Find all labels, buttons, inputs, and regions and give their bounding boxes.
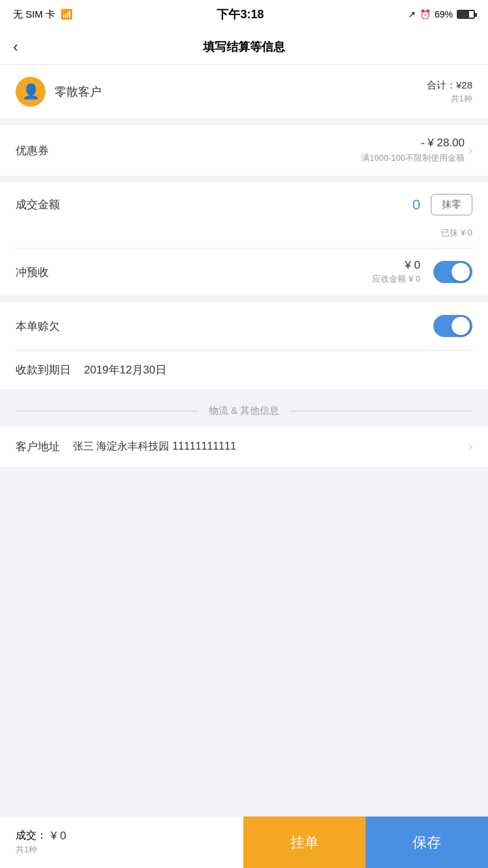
prepay-right: ¥ 0 应收金额 ¥ 0 [372, 259, 472, 285]
debt-toggle[interactable] [433, 315, 472, 337]
alarm-icon: ⏰ [420, 9, 431, 20]
address-section: 客户地址 张三 海淀永丰科技园 11111111111 › [0, 426, 488, 467]
nav-bar: ‹ 填写结算等信息 [0, 29, 488, 65]
total-label: 合计：¥28 [427, 79, 472, 92]
address-value: 张三 海淀永丰科技园 11111111111 [73, 440, 465, 454]
status-right: ↗ ⏰ 69% [408, 9, 475, 20]
avatar-icon: 👤 [22, 83, 40, 100]
prepay-amount: ¥ 0 [372, 259, 420, 272]
toggle-knob [452, 263, 470, 281]
coupon-info: - ¥ 28.00 满1000-100不限制使用金额 [361, 137, 465, 164]
status-bar: 无 SIM 卡 📶 下午3:18 ↗ ⏰ 69% [0, 0, 488, 29]
prepay-toggle[interactable] [433, 261, 472, 283]
duedate-row: 收款到期日 2019年12月30日 [0, 351, 488, 389]
coupon-chevron-icon: › [468, 144, 472, 157]
customer-name: 零散客户 [55, 84, 102, 100]
page-title: 填写结算等信息 [203, 39, 285, 55]
gray-filler [0, 474, 488, 656]
bottom-bar: 成交： ¥ 0 共1种 挂单 保存 [0, 816, 488, 868]
coupon-label: 优惠券 [16, 143, 49, 158]
deal-amount-right: 0 抹零 [413, 194, 472, 215]
pending-button[interactable]: 挂单 [243, 817, 366, 869]
location-icon: ↗ [408, 9, 416, 20]
coupon-section: 优惠券 - ¥ 28.00 满1000-100不限制使用金额 › [0, 125, 488, 176]
bottom-deal-label: 成交： [16, 829, 47, 843]
deal-amount-value: 0 [413, 197, 420, 213]
wifi-icon: 📶 [61, 8, 73, 20]
customer-summary: 合计：¥28 共1种 [427, 79, 472, 105]
debt-section: 本单赊欠 收款到期日 2019年12月30日 [0, 302, 488, 389]
carrier-label: 无 SIM 卡 [13, 8, 55, 21]
duedate-value: 2019年12月30日 [84, 362, 167, 377]
debt-label: 本单赊欠 [16, 319, 60, 334]
prepay-sub: 应收金额 ¥ 0 [372, 273, 420, 285]
address-label: 客户地址 [16, 439, 60, 454]
deal-section: 成交金额 0 抹零 已抹 ¥ 0 冲预收 ¥ 0 应收金额 ¥ 0 [0, 182, 488, 295]
debt-row: 本单赊欠 [0, 302, 488, 350]
prepay-amount-block: ¥ 0 应收金额 ¥ 0 [372, 259, 420, 285]
deal-amount-label: 成交金额 [16, 197, 60, 212]
deal-sub-text: 已抹 ¥ 0 [0, 227, 488, 248]
customer-section: 👤 零散客户 合计：¥28 共1种 [0, 65, 488, 118]
bottom-deal-amount: ¥ 0 [51, 830, 66, 843]
address-chevron-icon: › [468, 440, 472, 454]
duedate-label: 收款到期日 [16, 362, 71, 377]
deal-amount-row: 成交金额 0 抹零 [0, 182, 488, 227]
avatar: 👤 [16, 77, 46, 107]
address-row[interactable]: 客户地址 张三 海淀永丰科技园 11111111111 › [0, 426, 488, 467]
coupon-row[interactable]: 优惠券 - ¥ 28.00 满1000-100不限制使用金额 › [0, 125, 488, 176]
bottom-spacer [0, 656, 488, 708]
back-button[interactable]: ‹ [13, 38, 18, 56]
bottom-info: 成交： ¥ 0 共1种 [0, 829, 243, 856]
prepay-row: 冲预收 ¥ 0 应收金额 ¥ 0 [0, 249, 488, 295]
prepay-label: 冲预收 [16, 265, 49, 280]
bottom-deal-row: 成交： ¥ 0 [16, 829, 228, 843]
bottom-count-label: 共1种 [16, 844, 228, 856]
total-count: 共1种 [427, 93, 472, 105]
round-zero-button[interactable]: 抹零 [431, 194, 472, 215]
customer-row: 👤 零散客户 合计：¥28 共1种 [0, 65, 488, 118]
coupon-desc: 满1000-100不限制使用金额 [361, 152, 465, 164]
logistics-header: 物流 & 其他信息 [0, 396, 488, 426]
debt-toggle-knob [452, 317, 470, 335]
logistics-header-text: 物流 & 其他信息 [209, 405, 279, 417]
coupon-amount: - ¥ 28.00 [361, 137, 465, 150]
battery-icon [457, 10, 475, 19]
battery-label: 69% [435, 9, 453, 20]
save-button[interactable]: 保存 [366, 817, 488, 869]
customer-left: 👤 零散客户 [16, 77, 102, 107]
time-label: 下午3:18 [217, 7, 264, 22]
status-left: 无 SIM 卡 📶 [13, 8, 73, 21]
